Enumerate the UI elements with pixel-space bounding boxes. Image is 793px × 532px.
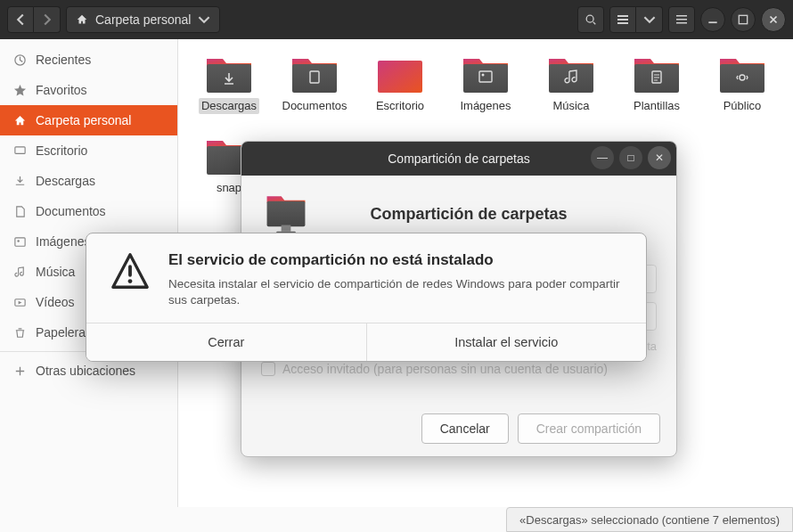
guest-checkbox — [261, 362, 275, 376]
guest-access-row: Acceso invitado (para personas sin una c… — [261, 362, 657, 376]
path-label: Carpeta personal — [95, 12, 191, 27]
sidebar-item-recent[interactable]: Recientes — [0, 45, 177, 75]
folder-documentos[interactable]: Documentos — [274, 50, 355, 118]
folder-descargas[interactable]: Descargas — [189, 50, 269, 118]
sidebar-item-label: Escritorio — [36, 143, 87, 158]
folder-label: Plantillas — [631, 98, 683, 114]
svg-rect-12 — [14, 237, 24, 245]
alert-install-button[interactable]: Instalar el servicio — [367, 323, 647, 361]
svg-rect-8 — [708, 21, 716, 23]
folder-label: Escritorio — [373, 98, 427, 114]
sidebar-item-label: Favoritos — [36, 83, 87, 97]
svg-point-13 — [17, 240, 19, 241]
close-button[interactable] — [761, 7, 786, 32]
svg-rect-16 — [378, 61, 422, 93]
shared-folder-icon — [261, 192, 311, 236]
dialog-maximize-button[interactable]: □ — [619, 146, 642, 169]
share-create-button: Crear compartición — [518, 413, 660, 444]
svg-rect-4 — [617, 22, 628, 24]
svg-rect-21 — [267, 201, 306, 227]
alert-dialog: El servicio de compartición no está inst… — [86, 233, 647, 362]
svg-rect-6 — [676, 19, 687, 20]
folder-musica[interactable]: Música — [531, 50, 611, 118]
chevron-down-icon — [198, 13, 210, 26]
sidebar-item-desktop[interactable]: Escritorio — [0, 135, 177, 166]
svg-rect-2 — [617, 15, 628, 17]
sidebar-item-downloads[interactable]: Descargas — [0, 166, 177, 196]
sidebar-item-label: Imágenes — [36, 234, 90, 249]
minimize-button[interactable] — [700, 7, 725, 32]
sidebar-item-label: Recientes — [36, 53, 91, 67]
warning-icon — [110, 251, 151, 308]
folder-plantillas[interactable]: Plantillas — [617, 50, 697, 118]
svg-rect-7 — [676, 22, 687, 24]
share-dialog-heading: Compartición de carpetas — [325, 205, 657, 224]
folder-publico[interactable]: Público — [702, 50, 782, 118]
sidebar-item-label: Música — [36, 265, 75, 279]
svg-point-25 — [128, 279, 133, 283]
sidebar-item-label: Vídeos — [36, 295, 75, 309]
alert-close-button[interactable]: Cerrar — [86, 323, 367, 361]
alert-message: Necesita instalar el servicio de compart… — [168, 276, 623, 308]
folder-imagenes[interactable]: Imágenes — [446, 50, 526, 118]
folder-label: Imágenes — [457, 98, 513, 114]
svg-rect-9 — [739, 15, 747, 23]
folder-label: Documentos — [280, 98, 350, 114]
home-icon — [76, 13, 88, 26]
folder-label: snap — [214, 180, 244, 196]
share-dialog-titlebar: Compartición de carpetas — □ ✕ — [241, 142, 676, 176]
share-dialog-title: Compartición de carpetas — [388, 151, 530, 166]
sidebar-item-label: Otras ubicaciones — [36, 364, 135, 378]
view-dropdown-button[interactable] — [636, 6, 663, 33]
sidebar-item-label: Papelera — [36, 325, 86, 340]
alert-title: El servicio de compartición no está inst… — [168, 251, 623, 269]
folder-label: Público — [721, 98, 764, 114]
sidebar-item-label: Documentos — [36, 204, 106, 218]
nav-back-button[interactable] — [7, 6, 34, 33]
share-extra-label: ta — [647, 340, 657, 353]
sidebar-item-starred[interactable]: Favoritos — [0, 75, 177, 105]
sidebar-item-documents[interactable]: Documentos — [0, 196, 177, 226]
view-list-button[interactable] — [609, 6, 636, 33]
folder-label: Descargas — [199, 98, 259, 114]
dialog-minimize-button[interactable]: — — [591, 146, 614, 169]
svg-rect-5 — [676, 15, 687, 17]
folder-escritorio[interactable]: Escritorio — [360, 50, 440, 118]
menu-button[interactable] — [668, 6, 695, 33]
headerbar: Carpeta personal — [0, 0, 793, 39]
svg-rect-22 — [282, 225, 291, 232]
sidebar-item-label: Descargas — [36, 174, 95, 188]
svg-rect-3 — [617, 19, 628, 20]
svg-rect-11 — [14, 146, 24, 153]
sidebar-item-label: Carpeta personal — [36, 113, 131, 127]
svg-point-18 — [482, 74, 485, 77]
sidebar-item-home[interactable]: Carpeta personal — [0, 105, 177, 135]
svg-point-1 — [586, 15, 593, 22]
folder-label: Música — [550, 98, 592, 114]
path-bar[interactable]: Carpeta personal — [66, 6, 220, 33]
maximize-button[interactable] — [731, 7, 756, 32]
share-cancel-button[interactable]: Cancelar — [421, 413, 509, 444]
dialog-close-button[interactable]: ✕ — [648, 146, 671, 169]
nav-forward-button[interactable] — [34, 6, 61, 33]
status-bar: «Descargas» seleccionado (contiene 7 ele… — [506, 507, 793, 532]
svg-rect-24 — [128, 265, 132, 276]
search-button[interactable] — [577, 6, 604, 33]
